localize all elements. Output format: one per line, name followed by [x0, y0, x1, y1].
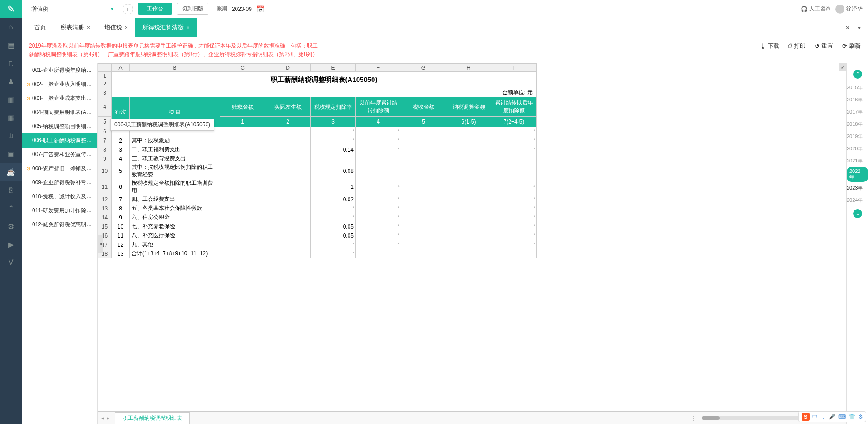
ime-toolbar[interactable]: S 中 ， 🎤 ⌨ 👕 ⚙ [798, 411, 866, 422]
expand-arrow-icon[interactable]: ⤢ [839, 63, 846, 71]
year-item[interactable]: 2022年 [847, 167, 868, 182]
tab[interactable]: 所得税汇算清缴× [135, 18, 197, 37]
data-cell[interactable]: 0.14 [311, 145, 356, 154]
nav-chart-icon[interactable]: ⎍ [0, 54, 22, 72]
tab[interactable]: 增值税× [97, 18, 135, 37]
data-cell[interactable]: 7 [112, 195, 130, 204]
row-header[interactable]: 6 [98, 127, 112, 136]
nav-doc-icon[interactable]: ▤ [0, 36, 22, 54]
data-cell[interactable] [311, 154, 356, 163]
data-cell[interactable] [401, 145, 446, 154]
data-cell[interactable] [220, 145, 265, 154]
data-cell[interactable] [446, 136, 491, 145]
nav-export-icon[interactable]: ⎘ [0, 181, 22, 199]
nav-template-icon[interactable]: ⎅ [0, 127, 22, 145]
year-item[interactable]: 2015年 [847, 81, 868, 94]
unit-label[interactable]: 金额单位: 元 [112, 88, 537, 97]
data-cell[interactable]: * [356, 145, 401, 154]
refresh-button[interactable]: ⟳刷新 [842, 42, 861, 51]
nav-archive-icon[interactable]: ⌃ [0, 199, 22, 217]
data-cell[interactable] [265, 145, 311, 154]
scrollbar-thumb[interactable] [702, 416, 720, 420]
sheet-title[interactable]: 职工薪酬纳税调整明细表(A105050) [112, 72, 537, 88]
switch-old-button[interactable]: 切到旧版 [177, 3, 208, 15]
data-cell[interactable]: * [356, 222, 401, 231]
ime-skin-icon[interactable]: 👕 [849, 414, 855, 420]
header-n5[interactable]: 5 [401, 117, 446, 127]
col-header-A[interactable]: A [112, 64, 130, 72]
ime-tools-icon[interactable]: ⚙ [858, 414, 863, 420]
data-cell[interactable]: 二、职工福利费支出 [130, 145, 220, 154]
spreadsheet-table[interactable]: A B C D E F G H I 1 [98, 63, 537, 258]
sheet-nav-last-icon[interactable]: ▸ [107, 415, 109, 421]
data-cell[interactable] [356, 249, 401, 258]
data-cell[interactable]: * [491, 136, 537, 145]
data-cell[interactable] [265, 154, 311, 163]
header-c4[interactable]: 以前年度累计结转扣除额 [356, 97, 401, 117]
row-header[interactable]: 14 [98, 213, 112, 222]
data-cell[interactable] [401, 136, 446, 145]
data-cell[interactable]: * [491, 195, 537, 204]
print-button[interactable]: ⎙打印 [788, 42, 806, 51]
data-cell[interactable]: 12 [112, 240, 130, 249]
data-cell[interactable] [401, 127, 446, 136]
data-cell[interactable]: 合计(1+3+4+7+8+9+10+11+12) [130, 249, 220, 258]
data-cell[interactable]: * [356, 204, 401, 213]
data-cell[interactable]: 九、其他 [130, 240, 220, 249]
row-header[interactable]: 3 [98, 88, 112, 97]
ime-mic-icon[interactable]: 🎤 [829, 414, 835, 420]
data-cell[interactable]: * [491, 231, 537, 240]
data-cell[interactable]: * [356, 136, 401, 145]
data-cell[interactable] [356, 163, 401, 179]
calendar-icon[interactable]: 📅 [256, 5, 264, 13]
data-cell[interactable] [446, 222, 491, 231]
data-cell[interactable] [401, 154, 446, 163]
data-cell[interactable]: 1 [311, 179, 356, 195]
data-cell[interactable]: * [356, 231, 401, 240]
form-list-item[interactable]: ⊘001-企业所得税年度纳税申... [22, 63, 97, 77]
year-item[interactable]: 2024年 [847, 194, 868, 206]
data-cell[interactable] [446, 240, 491, 249]
data-cell[interactable] [220, 136, 265, 145]
data-cell[interactable]: * [491, 145, 537, 154]
sheet-nav-first-icon[interactable]: ◂ [101, 415, 104, 421]
data-cell[interactable] [220, 195, 265, 204]
data-cell[interactable] [446, 179, 491, 195]
data-cell[interactable] [446, 213, 491, 222]
data-cell[interactable]: 4 [112, 154, 130, 163]
data-cell[interactable]: 六、住房公积金 [130, 213, 220, 222]
app-logo[interactable]: ✎ [0, 0, 22, 18]
download-button[interactable]: ⭳下载 [760, 42, 779, 51]
close-icon[interactable]: × [87, 24, 90, 31]
data-cell[interactable]: 8 [112, 204, 130, 213]
ime-lang[interactable]: 中 [812, 413, 818, 421]
year-item[interactable]: 2016年 [847, 94, 868, 106]
col-header-E[interactable]: E [311, 64, 356, 72]
support-link[interactable]: 🎧 人工咨询 [801, 5, 831, 13]
data-cell[interactable]: * [356, 240, 401, 249]
data-cell[interactable]: 10 [112, 222, 130, 231]
data-cell[interactable] [265, 195, 311, 204]
data-cell[interactable]: * [491, 204, 537, 213]
data-cell[interactable]: * [311, 127, 356, 136]
data-cell[interactable]: * [491, 127, 537, 136]
year-item[interactable]: 2021年 [847, 155, 868, 167]
ime-keyboard-icon[interactable]: ⌨ [838, 414, 846, 420]
header-n4[interactable]: 4 [356, 117, 401, 127]
workbench-button[interactable]: 工作台 [138, 3, 172, 15]
data-cell[interactable]: * [311, 213, 356, 222]
form-list-item[interactable]: ⊘007-广告费和业务宣传费跨... [22, 148, 97, 162]
tab[interactable]: 税表清册× [53, 18, 97, 37]
ime-punct-icon[interactable]: ， [821, 413, 826, 421]
data-cell[interactable] [401, 231, 446, 240]
row-header[interactable]: 15 [98, 222, 112, 231]
header-n6[interactable]: 6(1-5) [446, 117, 491, 127]
data-cell[interactable]: 五、各类基本社会保障性缴款 [130, 204, 220, 213]
data-cell[interactable]: 八、补充医疗保险 [130, 231, 220, 240]
data-cell[interactable] [401, 222, 446, 231]
data-cell[interactable] [265, 240, 311, 249]
row-header[interactable]: 10 [98, 163, 112, 179]
data-cell[interactable] [446, 163, 491, 179]
form-list-item[interactable]: ⊘010-免税、减计收入及加计... [22, 190, 97, 204]
data-cell[interactable]: 9 [112, 213, 130, 222]
